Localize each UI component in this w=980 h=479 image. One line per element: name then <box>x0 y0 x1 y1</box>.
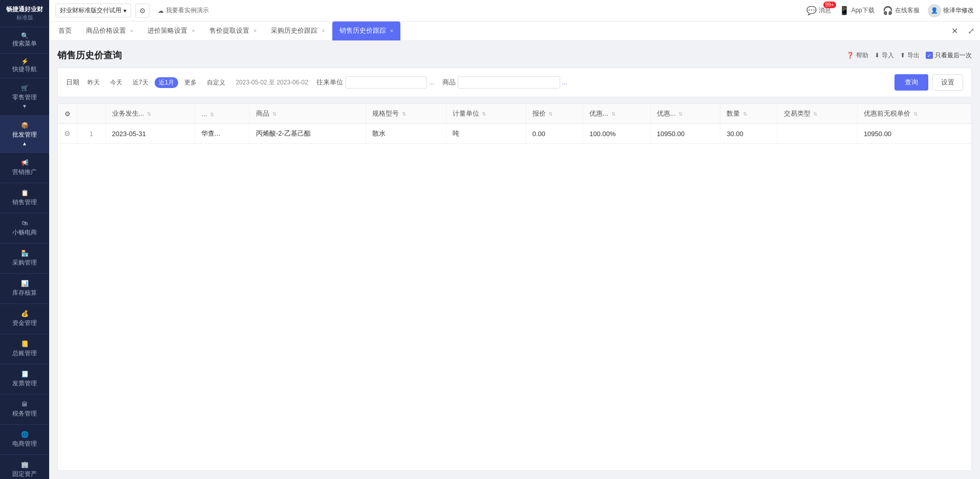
app-download-button[interactable]: 📱 App下载 <box>839 6 875 15</box>
sidebar-item-label: 小畅电商 <box>12 228 37 237</box>
topbar-gear-button[interactable]: ⚙ <box>135 4 150 18</box>
import-button[interactable]: ⬇ 导入 <box>875 51 894 60</box>
close-icon[interactable]: × <box>191 28 195 34</box>
avatar: 👤 <box>928 4 941 17</box>
sidebar-item-tax[interactable]: 🏛 税务管理 <box>0 395 49 425</box>
from-unit-label: 往来单位 <box>316 78 343 87</box>
ecommerce-icon: 🌐 <box>21 431 29 438</box>
sidebar-item-ecommerce[interactable]: 🌐 电商管理 <box>0 425 49 455</box>
query-button[interactable]: 查询 <box>894 74 928 91</box>
close-icon[interactable]: × <box>253 28 257 34</box>
retail-icon: 🛒 <box>21 84 29 92</box>
date-opt-last1m[interactable]: 近1月 <box>155 77 179 88</box>
user-menu[interactable]: 👤 徐泽华修改 <box>928 4 974 17</box>
message-button[interactable]: 💬 消息 99+ <box>806 6 831 15</box>
product-input[interactable] <box>458 76 560 89</box>
col-num <box>77 104 106 124</box>
close-icon[interactable]: × <box>130 28 133 34</box>
sidebar-item-label: 营销推广 <box>12 168 37 177</box>
col-more[interactable]: ... ⇅ <box>195 104 250 124</box>
demo-button[interactable]: ☁ 我要看实例演示 <box>154 6 213 15</box>
sidebar-item-invoice[interactable]: 🧾 发票管理 <box>0 364 49 395</box>
sidebar-item-wholesale[interactable]: 📦 批发管理 ▲ <box>0 116 49 153</box>
maximize-button[interactable]: ⤢ <box>964 24 978 38</box>
sidebar-item-retail[interactable]: 🛒 零售管理 ▼ <box>0 78 49 116</box>
tab-label: 首页 <box>58 26 72 35</box>
row-gear[interactable]: ⚙ <box>58 124 77 144</box>
close-icon[interactable]: × <box>322 28 325 34</box>
import-icon: ⬇ <box>875 52 880 59</box>
row-pretax-price: 10950.00 <box>857 124 971 144</box>
gear-icon[interactable]: ⚙ <box>64 129 71 138</box>
ledger-icon: 📒 <box>21 340 29 347</box>
app-download-label: App下载 <box>851 6 875 15</box>
tab-home[interactable]: 首页 <box>51 21 79 40</box>
sort-icon: ⇅ <box>482 111 486 117</box>
sidebar-item-purchase[interactable]: 🏪 采购管理 <box>0 244 49 274</box>
sidebar-item-finance[interactable]: 💰 资金管理 <box>0 304 49 334</box>
tab-sale-price[interactable]: 售价提取设置 × <box>202 21 264 40</box>
date-opt-today[interactable]: 今天 <box>106 77 126 88</box>
tab-product-price[interactable]: 商品价格设置 × <box>79 21 140 40</box>
sidebar-item-label: 零售管理 <box>12 93 37 102</box>
col-unit[interactable]: 计量单位 ⇅ <box>446 104 526 124</box>
tab-sale-history[interactable]: 销售历史价跟踪 × <box>332 21 400 40</box>
sidebar-item-fixed-assets[interactable]: 🏢 固定资产 <box>0 455 49 479</box>
date-opt-last7[interactable]: 近7天 <box>129 77 153 88</box>
col-spec[interactable]: 规格型号 ⇅ <box>366 104 446 124</box>
col-discount-amt[interactable]: 优惠... ⇅ <box>650 104 720 124</box>
export-icon: ⬆ <box>900 52 905 59</box>
col-trade-type[interactable]: 交易类型 ⇅ <box>777 104 857 124</box>
sidebar-item-marketing[interactable]: 📢 营销推广 <box>0 153 49 183</box>
chevron-down-icon: ▼ <box>22 103 27 109</box>
sort-icon: ⇅ <box>147 111 151 117</box>
date-opt-custom[interactable]: 自定义 <box>203 77 229 88</box>
date-label: 日期 <box>66 78 79 87</box>
col-biz-date[interactable]: 业务发生... ⇅ <box>105 104 195 124</box>
sidebar-item-inventory[interactable]: 📊 库存核算 <box>0 274 49 304</box>
col-product[interactable]: 商品 ⇅ <box>250 104 366 124</box>
sort-icon: ⇅ <box>913 111 918 117</box>
only-last-checkbox[interactable]: ✓ 只看最后一次 <box>926 51 972 60</box>
sidebar-item-label: 总账管理 <box>12 349 37 358</box>
marketing-icon: 📢 <box>21 159 29 166</box>
user-name: 徐泽华修改 <box>943 6 974 15</box>
from-unit-filter: 往来单位 ... <box>316 76 434 89</box>
col-list-price[interactable]: 报价 ⇅ <box>526 104 583 124</box>
tab-purchase-strategy[interactable]: 进价策略设置 × <box>140 21 202 40</box>
sidebar-item-label: 固定资产 <box>12 470 37 478</box>
help-label: 帮助 <box>856 51 868 60</box>
app-title: 畅捷通好业财 <box>6 5 43 14</box>
close-window-button[interactable]: ✕ <box>947 24 962 38</box>
sales-icon: 📋 <box>21 189 29 197</box>
import-label: 导入 <box>882 51 894 60</box>
demo-label: 我要看实例演示 <box>166 6 209 15</box>
row-discount-pct: 100.00% <box>583 124 651 144</box>
close-icon[interactable]: × <box>390 28 393 34</box>
from-unit-input[interactable] <box>345 76 427 89</box>
date-opt-yesterday[interactable]: 昨天 <box>83 77 104 88</box>
tab-purchase-history[interactable]: 采购历史价跟踪 × <box>264 21 332 40</box>
service-button[interactable]: 🎧 在线客服 <box>883 6 920 15</box>
sidebar-item-sales-mgmt[interactable]: 📋 销售管理 <box>0 183 49 213</box>
export-button[interactable]: ⬆ 导出 <box>900 51 920 60</box>
sidebar-item-search-menu[interactable]: 🔍 搜索菜单 <box>0 27 49 54</box>
sidebar-item-ecommerce-small[interactable]: 🛍 小畅电商 <box>0 213 49 244</box>
sidebar-item-quick-nav[interactable]: ⚡ 快捷导航 <box>0 54 49 78</box>
sidebar-item-ledger[interactable]: 📒 总账管理 <box>0 334 49 364</box>
setting-button[interactable]: 设置 <box>932 74 963 91</box>
col-pretax-price[interactable]: 优惠前无税单价 ⇅ <box>857 104 971 124</box>
date-opt-more[interactable]: 更多 <box>180 77 201 88</box>
version-dropdown[interactable]: 好业财标准版交付试用 ▾ <box>55 4 131 17</box>
product-filter: 商品 ... <box>442 76 567 89</box>
search-icon: 🔍 <box>4 32 45 39</box>
help-button[interactable]: ❓ 帮助 <box>846 51 868 60</box>
sort-icon: ⇅ <box>210 112 214 117</box>
sort-icon: ⇅ <box>272 111 276 117</box>
col-qty[interactable]: 数量 ⇅ <box>720 104 777 124</box>
product-more-button[interactable]: ... <box>562 79 567 86</box>
from-unit-more-button[interactable]: ... <box>429 79 434 86</box>
page-actions: ❓ 帮助 ⬇ 导入 ⬆ 导出 ✓ 只看最后一次 <box>846 51 972 60</box>
message-count: 99+ <box>823 2 836 8</box>
col-discount-pct[interactable]: 优惠... ⇅ <box>583 104 651 124</box>
